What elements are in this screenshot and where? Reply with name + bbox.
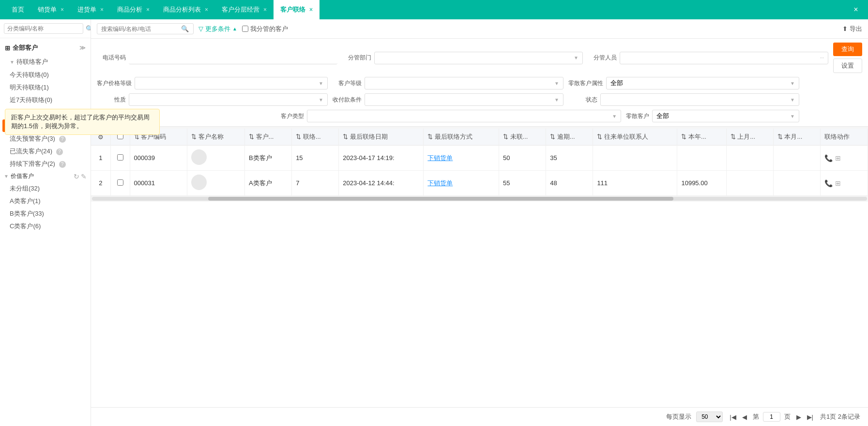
search-input[interactable] (101, 26, 179, 32)
action-grid-icon-1[interactable]: ⊞ (835, 154, 841, 162)
sidebar-item-7days[interactable]: 近7天待联络(0) (0, 94, 91, 106)
nav-close-purchase[interactable]: × (100, 6, 104, 13)
sidebar-item-c-class[interactable]: C类客户(6) (0, 220, 91, 233)
sort-date-icon[interactable]: ⇅ (343, 133, 348, 140)
filter-dept-select[interactable]: ▼ (374, 52, 583, 64)
td-contact-2: 7 (292, 171, 339, 196)
table-header: ⚙ ⇅ 客户编码 ⇅ 客户名称 ⇅ 客户... ⇅ 联络... ⇅ 最后联络日期… (91, 129, 868, 146)
filter-person-select[interactable]: ··· (620, 52, 828, 64)
nav-close-analysis[interactable]: × (146, 6, 150, 13)
filter-row-2: 客户价格等级 ▼ 客户等级 ▼ 零散客户属性 全部 (97, 77, 862, 89)
sidebar-search-icon[interactable]: 🔍 (86, 25, 91, 32)
sidebar-collapse-btn[interactable]: ≫ (79, 44, 86, 51)
td-type-2: A类客户 (244, 171, 291, 196)
td-check-1[interactable] (110, 146, 130, 171)
filter-status-select[interactable]: ▼ (600, 93, 799, 106)
page-size-select[interactable]: 50 100 200 (696, 411, 723, 422)
search-bar: 🔍 ▽ 更多条件 ▲ 我分管的客户 ⬆ 导出 (91, 19, 868, 39)
sort-od-icon[interactable]: ⇅ (550, 133, 555, 140)
tooltip-box: 距客户上次交易时长，超过了此客户的平均交易周期的1.5倍，则视为异常。 (5, 109, 160, 135)
scrollbar-thumb[interactable] (208, 197, 673, 201)
search-icon[interactable]: 🔍 (181, 25, 189, 32)
first-page-btn[interactable]: |◀ (728, 412, 738, 422)
td-check-2[interactable] (110, 171, 130, 196)
filter-retail-customer-select[interactable]: 全部 ▼ (652, 110, 799, 122)
export-btn[interactable]: ⬆ 导出 (842, 25, 862, 33)
td-method-1[interactable]: 下销货单 (424, 146, 499, 171)
nav-item-customer-mgmt[interactable]: 客户分层经营 × (215, 0, 274, 19)
scrollbar-track[interactable] (92, 197, 867, 201)
nav-item-purchase[interactable]: 进货单 × (71, 0, 110, 19)
sort-lm-icon[interactable]: ⇅ (731, 133, 736, 140)
sidebar-item-today[interactable]: 今天待联络(0) (0, 69, 91, 81)
row-2-checkbox[interactable] (117, 179, 123, 186)
sidebar-item-b-class[interactable]: B类客户(33) (0, 207, 91, 220)
settings-button[interactable]: 设置 (833, 59, 862, 73)
next-page-btn[interactable]: ▶ (794, 412, 803, 422)
nav-close-customer-contact[interactable]: × (309, 6, 313, 13)
prev-page-btn[interactable]: ◀ (740, 412, 749, 422)
filter-phone-input[interactable] (129, 52, 337, 64)
sort-method-icon[interactable]: ⇅ (427, 133, 433, 140)
filter-phone: 电话号码 (97, 52, 337, 64)
my-customers-checkbox[interactable]: 我分管的客户 (242, 25, 288, 33)
filter-customer-type-select[interactable]: ▼ (307, 110, 622, 122)
filter-payment-select[interactable]: ▼ (365, 93, 563, 106)
sort-cp-icon[interactable]: ⇅ (597, 133, 602, 140)
td-method-2[interactable]: 下销货单 (424, 171, 499, 196)
nav-close-analysis-list[interactable]: × (205, 6, 208, 13)
sidebar-item-ungroup[interactable]: 未分组(32) (0, 182, 91, 195)
td-index-2: 2 (91, 171, 110, 196)
sidebar-pending-group[interactable]: ▼ 待联络客户 (0, 55, 91, 69)
nav-item-analysis[interactable]: 商品分析 × (110, 0, 156, 19)
th-last-contact-date: ⇅ 最后联络日期 (339, 129, 424, 146)
horizontal-scrollbar[interactable] (91, 196, 868, 202)
content-area: 🔍 ▽ 更多条件 ▲ 我分管的客户 ⬆ 导出 电话号码 (91, 19, 868, 426)
sidebar-item-continuous-down[interactable]: 持续下滑客户(2) ? (0, 158, 91, 170)
avatar-1 (191, 149, 207, 165)
nav-close-sales[interactable]: × (61, 6, 64, 13)
td-name-1 (187, 146, 245, 171)
filter-price-level-select[interactable]: ▼ (135, 77, 328, 89)
filter-gender-select[interactable]: ▼ (129, 93, 328, 106)
sort-nc-icon[interactable]: ⇅ (503, 133, 508, 140)
refresh-icon[interactable]: ↻ (74, 173, 79, 180)
row-1-checkbox[interactable] (117, 154, 123, 161)
sort-ty-icon[interactable]: ⇅ (681, 133, 686, 140)
nav-item-customer-contact[interactable]: 客户联络 × (274, 0, 320, 19)
th-this-year: ⇅ 本年... (677, 129, 726, 146)
sort-contact-icon[interactable]: ⇅ (296, 133, 301, 140)
td-action-2: 📞 ⊞ (820, 171, 868, 196)
query-button[interactable]: 查询 (833, 43, 862, 56)
sidebar-item-lost[interactable]: 已流失客户(24) ? (0, 145, 91, 158)
sort-name-icon[interactable]: ⇅ (191, 133, 197, 140)
sidebar-search-area: 🔍 (0, 19, 91, 38)
action-phone-icon-2[interactable]: 📞 (824, 179, 833, 187)
main-layout: 🔍 ⊞ 全部客户 ≫ ▼ 待联络客户 今天待联络(0) 明天待联络(1) 近7天… (0, 19, 868, 426)
sidebar-search-input[interactable] (4, 23, 83, 34)
nav-item-analysis-list[interactable]: 商品分析列表 × (156, 0, 215, 19)
filter-retail-attr-select[interactable]: 全部 ▼ (606, 77, 799, 89)
last-page-btn[interactable]: ▶| (805, 412, 815, 422)
filter-customer-level-select[interactable]: ▼ (365, 77, 563, 89)
sidebar-item-a-class[interactable]: A类客户(1) (0, 195, 91, 207)
more-conditions-btn[interactable]: ▽ 更多条件 ▲ (198, 25, 237, 33)
status-caret: ▼ (790, 97, 795, 103)
action-phone-icon-1[interactable]: 📞 (824, 154, 833, 162)
edit-icon[interactable]: ✎ (81, 173, 87, 180)
sort-tm-icon[interactable]: ⇅ (777, 133, 783, 140)
nav-close-all[interactable]: × (849, 2, 863, 17)
my-customers-check[interactable] (242, 26, 248, 32)
page-input[interactable] (763, 412, 780, 422)
customer-type-caret: ▼ (612, 114, 617, 119)
nav-close-customer-mgmt[interactable]: × (263, 6, 267, 13)
sidebar-all-customers-header[interactable]: ⊞ 全部客户 ≫ (0, 41, 91, 55)
sort-type-icon[interactable]: ⇅ (249, 133, 254, 140)
td-tm-2 (773, 171, 820, 196)
action-grid-icon-2[interactable]: ⊞ (835, 179, 841, 187)
tri-down-icon: ▼ (10, 59, 15, 65)
nav-item-sales[interactable]: 销货单 × (31, 0, 71, 19)
nav-item-home[interactable]: 首页 (5, 0, 31, 19)
continuous-down-help-icon: ? (59, 161, 66, 168)
sidebar-item-tomorrow[interactable]: 明天待联络(1) (0, 81, 91, 94)
